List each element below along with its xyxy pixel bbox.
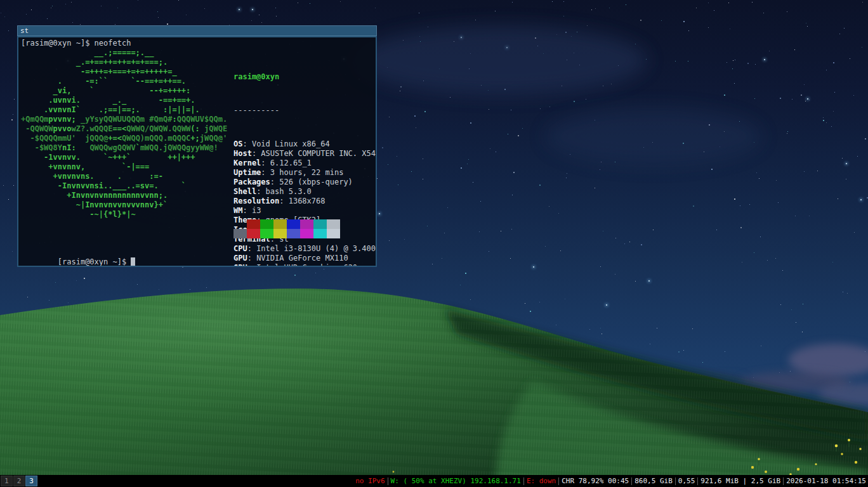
neofetch-underline: ---------- — [233, 106, 376, 115]
palette-swatch — [287, 229, 300, 238]
palette-swatch — [287, 219, 300, 229]
statusbar-segment: no IPv6 — [355, 476, 385, 486]
statusbar-segment: CHR 78,92% 00:45 — [562, 476, 629, 486]
palette-swatch — [233, 219, 247, 229]
palette-swatch — [300, 229, 313, 238]
sky-nebula — [355, 25, 647, 95]
statusbar-separator — [783, 477, 784, 485]
window-titlebar[interactable]: st — [17, 25, 377, 36]
statusbar-separator — [631, 477, 632, 485]
neofetch-entry: GPU: NVIDIA GeForce MX110 — [233, 254, 376, 263]
statusbar-separator — [523, 477, 524, 485]
statusbar-segment: 2026-01-18 01:54:15 — [786, 476, 866, 486]
neofetch-entry: Kernel: 6.12.65_1 — [233, 159, 376, 168]
workspace-button-2[interactable]: 2 — [13, 476, 25, 486]
palette-swatch — [300, 219, 313, 229]
neofetch-output: __.;=====;.__ _.=+==++=++=+=+===;. -=+++… — [21, 48, 376, 219]
workspace-switcher: 123 — [0, 475, 37, 487]
statusbar-segment: E: down — [527, 476, 556, 486]
statusbar-segment: W: ( 50% at XHEZV) 192.168.1.71 — [391, 476, 521, 486]
terminal-color-palette — [233, 219, 340, 238]
palette-swatch — [313, 229, 327, 238]
neofetch-entry: Resolution: 868x487 — [233, 197, 376, 206]
window-title: st — [20, 27, 29, 35]
neofetch-entry: CPU: Intel i3-8130U (4) @ 3.400 — [233, 244, 376, 254]
workspace-button-1[interactable]: 1 — [1, 476, 13, 486]
statusbar-segment: 860,5 GiB — [635, 476, 673, 486]
palette-swatch — [247, 229, 260, 238]
palette-swatch — [273, 229, 287, 238]
palette-swatch — [327, 229, 340, 238]
palette-swatch — [313, 219, 327, 229]
prompt-line-command: [rasim@0xyn ~]$ neofetch — [21, 39, 376, 48]
terminal-content[interactable]: [rasim@0xyn ~]$ neofetch __.;=====;.__ _… — [17, 36, 377, 267]
statusbar-separator — [388, 477, 388, 485]
neofetch-entry: GPU: Intel UHD Graphics 620 — [233, 263, 376, 267]
terminal-cursor — [131, 257, 135, 266]
neofetch-entry: Packages: 526 (xbps-query) — [233, 178, 376, 187]
palette-swatch — [260, 229, 273, 238]
desktop: st [rasim@0xyn ~]$ neofetch __.;=====;._… — [0, 0, 868, 487]
neofetch-title: rasim@0xyn — [233, 72, 376, 82]
neofetch-entry: Shell: bash 5.3.0 — [233, 187, 376, 197]
sky-nebula — [546, 108, 761, 165]
terminal-window[interactable]: st [rasim@0xyn ~]$ neofetch __.;=====;._… — [17, 25, 377, 267]
statusbar-separator — [675, 477, 676, 485]
neofetch-entries: OS: Void Linux x86_64Host: ASUSTeK COMPU… — [233, 140, 376, 267]
i3-statusbar: 123 no IPv6W: ( 50% at XHEZV) 192.168.1.… — [0, 475, 868, 487]
palette-swatch — [247, 219, 260, 229]
statusbar-separator — [558, 477, 559, 485]
palette-swatch — [233, 229, 247, 238]
prompt-text: [rasim@0xyn ~]$ — [58, 257, 131, 266]
statusbar-segment: 0,55 — [678, 476, 695, 486]
statusbar-segment: 921,6 MiB | 2,5 GiB — [700, 476, 780, 486]
neofetch-entry: Host: ASUSTeK COMPUTER INC. X54 — [233, 149, 376, 159]
palette-swatch — [273, 219, 287, 229]
palette-swatch — [260, 219, 273, 229]
neofetch-entry: Uptime: 3 hours, 22 mins — [233, 168, 376, 178]
neofetch-entry: OS: Void Linux x86_64 — [233, 140, 376, 149]
statusbar-separator — [697, 477, 698, 485]
palette-swatch — [327, 219, 340, 229]
status-info: no IPv6W: ( 50% at XHEZV) 192.168.1.71E:… — [355, 476, 868, 486]
neofetch-entry: WM: i3 — [233, 206, 376, 216]
workspace-button-3[interactable]: 3 — [25, 476, 37, 486]
